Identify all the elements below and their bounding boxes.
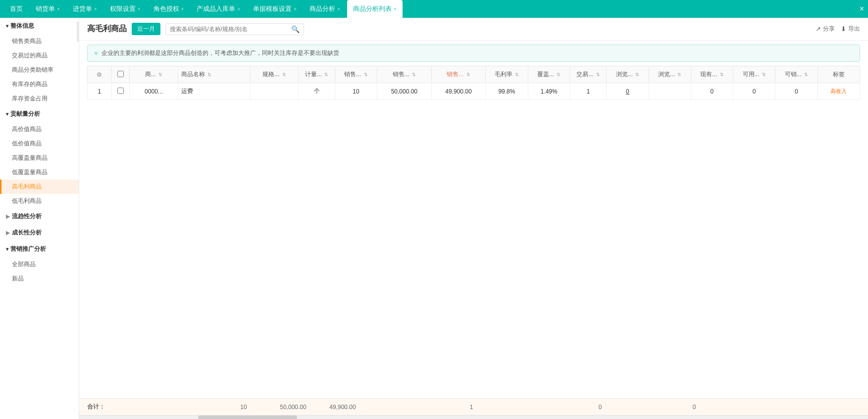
- close-icon[interactable]: ×: [138, 6, 141, 12]
- sort-icon[interactable]: ⇅: [677, 72, 681, 77]
- sidebar-item-high-margin[interactable]: 高毛利商品: [0, 180, 79, 194]
- chevron-down-icon: ▾: [6, 246, 8, 252]
- search-box: 🔍: [165, 23, 304, 35]
- nav-tab-roles[interactable]: 角色授权 ×: [148, 0, 190, 18]
- sort-icon[interactable]: ⇅: [282, 72, 286, 77]
- chevron-down-icon: ▾: [6, 23, 8, 29]
- close-icon[interactable]: ×: [57, 6, 60, 12]
- sort-icon[interactable]: ⇅: [207, 72, 211, 77]
- col-header-saleable: 可销... ⇅: [775, 66, 817, 83]
- col-header-check[interactable]: [111, 66, 130, 83]
- sidebar-item-stock-capital[interactable]: 库存资金占用: [0, 92, 79, 106]
- sidebar-group-growth[interactable]: ▶ 成长性分析: [0, 225, 79, 241]
- cell-coverage: 1.49%: [528, 83, 570, 100]
- col-header-stock1: 现有... ⇅: [691, 66, 733, 83]
- sidebar-item-category-rate[interactable]: 商品分类助销率: [0, 63, 79, 77]
- sidebar-item-all-goods[interactable]: 全部商品: [0, 257, 79, 272]
- sidebar-item-traded-goods[interactable]: 交易过的商品: [0, 48, 79, 63]
- sort-icon[interactable]: ⇅: [557, 72, 561, 77]
- sort-icon[interactable]: ⇅: [635, 72, 639, 77]
- close-icon[interactable]: ×: [94, 6, 97, 12]
- close-icon[interactable]: ×: [237, 6, 240, 12]
- sidebar-group-overall[interactable]: ▾ 整体信息: [0, 18, 79, 34]
- chevron-right-icon: ▶: [6, 230, 10, 235]
- sidebar-item-new-goods[interactable]: 新品: [0, 272, 79, 286]
- sort-icon[interactable]: ⇅: [466, 72, 470, 77]
- nav-tab-analysis-list[interactable]: 商品分析列表 ×: [347, 0, 403, 18]
- col-header-browse1: 浏览... ⇅: [607, 66, 649, 83]
- share-button[interactable]: ↗ 分享: [816, 25, 835, 33]
- settings-icon[interactable]: ⚙: [97, 71, 102, 78]
- col-header-settings[interactable]: ⚙: [88, 66, 112, 83]
- nav-tab-products[interactable]: 产成品入库单 ×: [191, 0, 246, 18]
- col-header-gross-rate: 毛利率 ⇅: [486, 66, 528, 83]
- sidebar-group-marketing[interactable]: ▾ 营销推广分析: [0, 241, 79, 257]
- sort-icon[interactable]: ⇅: [720, 72, 724, 77]
- col-header-sales-qty: 销售... ⇅: [335, 66, 377, 83]
- filter-recent-month-button[interactable]: 近一月: [132, 23, 160, 35]
- scroll-thumb[interactable]: [198, 416, 297, 419]
- close-icon[interactable]: ×: [394, 6, 397, 12]
- footer-saleable: 0: [674, 404, 714, 411]
- export-button[interactable]: ⬇ 导出: [841, 25, 860, 33]
- cell-stock2: 0: [733, 83, 775, 100]
- header-actions: ↗ 分享 ⬇ 导出: [816, 25, 860, 33]
- nav-tab-permissions[interactable]: 权限设置 ×: [104, 0, 147, 18]
- cell-code: 0000...: [130, 83, 178, 100]
- select-all-checkbox[interactable]: [117, 71, 124, 77]
- sort-icon[interactable]: ⇅: [515, 72, 519, 77]
- sidebar-item-stocked-goods[interactable]: 有库存的商品: [0, 77, 79, 92]
- footer-sales-qty: 10: [224, 404, 263, 411]
- close-icon[interactable]: ×: [294, 6, 297, 12]
- nav-tab-templates[interactable]: 单据模板设置 ×: [247, 0, 303, 18]
- export-icon: ⬇: [841, 25, 846, 33]
- cell-sales-qty: 10: [335, 83, 377, 100]
- sidebar-item-high-value[interactable]: 高价值商品: [0, 122, 79, 137]
- sidebar: 《 ▾ 整体信息 销售类商品 交易过的商品 商品分类助销率 有库存的商品 库存资…: [0, 18, 79, 419]
- cell-sales-profit: 49,900.00: [431, 83, 486, 100]
- horizontal-scrollbar[interactable]: [79, 415, 868, 419]
- cell-browse2: [649, 83, 691, 100]
- cell-stock1: 0: [691, 83, 733, 100]
- cell-browse1[interactable]: 0: [607, 83, 649, 100]
- sidebar-collapse-button[interactable]: 《: [77, 22, 79, 42]
- close-all-icon[interactable]: ×: [860, 4, 864, 13]
- sort-icon[interactable]: ⇅: [324, 72, 328, 77]
- cell-tag: 高收入: [817, 83, 860, 100]
- sort-icon[interactable]: ⇅: [364, 72, 368, 77]
- nav-tab-sales[interactable]: 销货单 ×: [30, 0, 66, 18]
- sort-icon[interactable]: ⇅: [158, 72, 162, 77]
- footer-label: 合计：: [87, 403, 105, 411]
- nav-tab-purchase[interactable]: 进货单 ×: [67, 0, 103, 18]
- nav-tab-home[interactable]: 首页: [4, 0, 29, 18]
- search-input[interactable]: [170, 26, 289, 33]
- chevron-down-icon: ▾: [6, 111, 8, 117]
- sort-icon[interactable]: ⇅: [762, 72, 766, 77]
- close-icon[interactable]: ×: [181, 6, 184, 12]
- close-icon[interactable]: ×: [337, 6, 340, 12]
- cell-check[interactable]: [111, 83, 130, 100]
- col-header-code: 商... ⇅: [130, 66, 178, 83]
- sort-icon[interactable]: ⇅: [804, 72, 808, 77]
- sort-icon[interactable]: ⇅: [596, 72, 600, 77]
- sidebar-item-sales-goods[interactable]: 销售类商品: [0, 34, 79, 48]
- sidebar-item-high-coverage[interactable]: 高覆盖量商品: [0, 151, 79, 165]
- top-navigation: 首页 销货单 × 进货单 × 权限设置 × 角色授权 × 产成品入库单 × 单据…: [0, 0, 868, 18]
- sidebar-item-low-value[interactable]: 低价值商品: [0, 137, 79, 151]
- info-banner: ✧ 企业的主要的利润都是这部分商品创造的，可考虑加大推广，同时关注库存是不要出现…: [87, 45, 860, 62]
- sidebar-group-contribution[interactable]: ▾ 贡献量分析: [0, 106, 79, 122]
- row-checkbox[interactable]: [117, 88, 124, 94]
- search-icon[interactable]: 🔍: [291, 25, 300, 33]
- sidebar-item-low-coverage[interactable]: 低覆盖量商品: [0, 165, 79, 180]
- main-layout: 《 ▾ 整体信息 销售类商品 交易过的商品 商品分类助销率 有库存的商品 库存资…: [0, 18, 868, 419]
- cell-index: 1: [88, 83, 112, 100]
- sidebar-item-low-margin[interactable]: 低毛利商品: [0, 194, 79, 208]
- nav-tab-analysis[interactable]: 商品分析 ×: [304, 0, 346, 18]
- sidebar-group-flow[interactable]: ▶ 流趋性分析: [0, 208, 79, 225]
- col-header-name: 商品名称 ⇅: [178, 66, 250, 83]
- data-table: ⚙ 商... ⇅ 商品名称 ⇅: [87, 66, 860, 100]
- chevron-right-icon: ▶: [6, 214, 10, 219]
- sort-icon[interactable]: ⇅: [412, 72, 416, 77]
- col-header-spec: 规格... ⇅: [250, 66, 298, 83]
- cell-spec: [250, 83, 298, 100]
